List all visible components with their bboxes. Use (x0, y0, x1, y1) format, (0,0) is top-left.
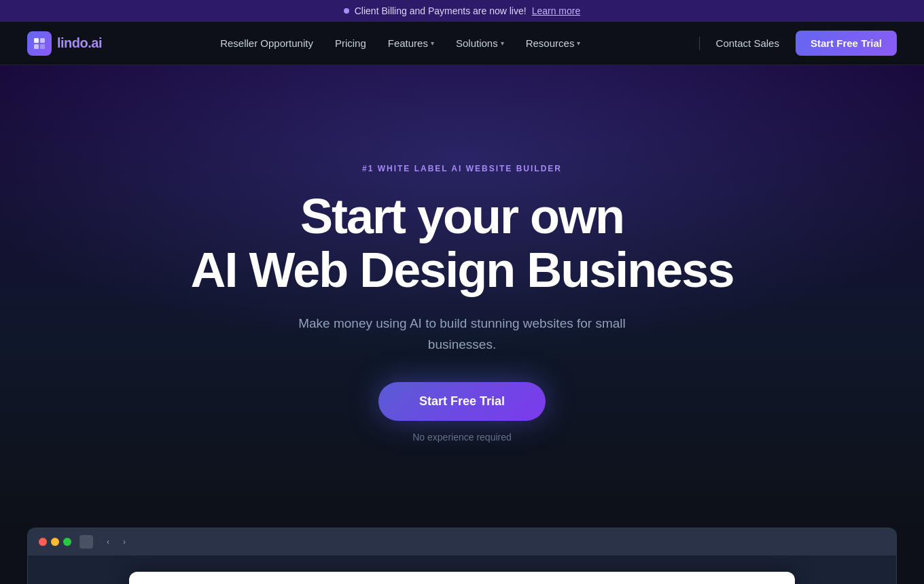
announcement-dot-icon (344, 8, 349, 14)
nav-item-solutions[interactable]: Solutions ▾ (456, 37, 504, 49)
hero-note: No experience required (412, 432, 512, 443)
cookie-banner: By continuing to use this site you conse… (129, 572, 795, 584)
announcement-bar: Client Billing and Payments are now live… (0, 0, 924, 22)
nav-item-resources[interactable]: Resources ▾ (526, 37, 581, 49)
browser-dots (39, 538, 71, 546)
announcement-text: Client Billing and Payments are now live… (355, 5, 527, 16)
logo-icon (27, 31, 52, 56)
solutions-chevron-icon: ▾ (501, 39, 504, 47)
browser-sidebar-icon[interactable] (79, 535, 93, 549)
nav-separator (699, 37, 700, 50)
hero-badge: #1 WHITE LABEL AI WEBSITE BUILDER (362, 164, 562, 173)
hero-section: #1 WHITE LABEL AI WEBSITE BUILDER Start … (0, 65, 924, 528)
svg-rect-0 (34, 38, 39, 43)
nav-item-pricing[interactable]: Pricing (335, 37, 366, 49)
browser-dot-red[interactable] (39, 538, 47, 546)
hero-start-trial-button[interactable]: Start Free Trial (378, 382, 546, 421)
contact-sales-link[interactable]: Contact Sales (716, 37, 779, 49)
browser-dot-yellow[interactable] (51, 538, 59, 546)
nav-right: Contact Sales Start Free Trial (699, 31, 897, 56)
browser-nav-arrows: ‹ › (101, 535, 131, 549)
browser-back-icon[interactable]: ‹ (101, 535, 115, 549)
browser-content: By continuing to use this site you conse… (28, 555, 896, 584)
hero-subtitle: Make money using AI to build stunning we… (272, 313, 652, 355)
features-chevron-icon: ▾ (431, 39, 434, 47)
learn-more-link[interactable]: Learn more (532, 5, 581, 16)
nav-item-reseller[interactable]: Reseller Opportunity (220, 37, 313, 49)
nav-item-features[interactable]: Features ▾ (388, 37, 434, 49)
logo-text: lindo.ai (57, 35, 102, 51)
nav-links: Reseller Opportunity Pricing Features ▾ … (220, 37, 580, 49)
browser-mockup: ‹ › By continuing to use this site you c… (27, 528, 897, 584)
nav-start-trial-button[interactable]: Start Free Trial (796, 31, 897, 56)
navbar: lindo.ai Reseller Opportunity Pricing Fe… (0, 22, 924, 65)
svg-rect-1 (40, 38, 45, 43)
svg-rect-2 (34, 44, 39, 49)
resources-chevron-icon: ▾ (577, 39, 580, 47)
logo[interactable]: lindo.ai (27, 31, 102, 56)
browser-forward-icon[interactable]: › (118, 535, 131, 549)
svg-rect-3 (40, 44, 45, 49)
hero-title: Start your own AI Web Design Business (191, 190, 734, 297)
browser-dot-green[interactable] (63, 538, 71, 546)
browser-titlebar: ‹ › (28, 528, 896, 555)
